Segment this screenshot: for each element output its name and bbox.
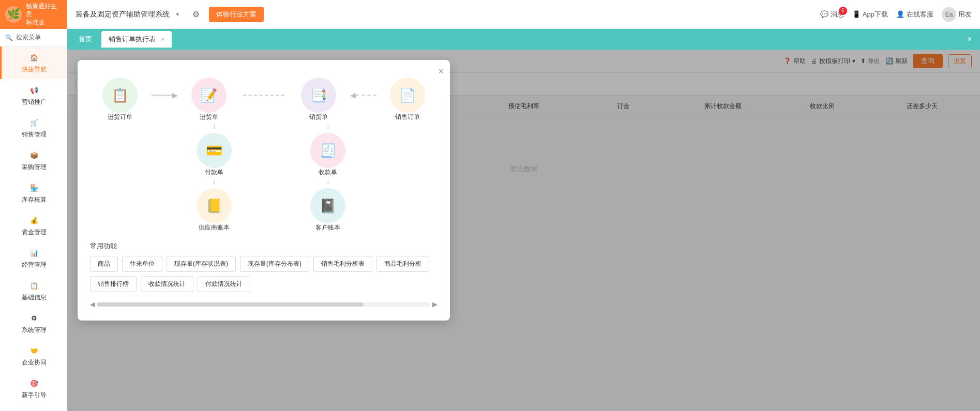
tab-close-icon[interactable]: × [161, 36, 164, 43]
newbie-icon: 🎯 [28, 377, 40, 389]
logo: 🌿 畅康通好生意 标准版 [0, 0, 67, 29]
search-menu[interactable]: 🔍 搜索菜单 [0, 29, 67, 47]
common-function-buttons: 商品 往来单位 现存量(库存状况表) 现存量(库存分布表) 销售毛利分析表 商品… [90, 256, 438, 292]
main-area: 装备及固定资产辅助管理系统 ▾ ⚙ 体验行业方案 💬 消息 6 📱 App下载 … [67, 0, 980, 411]
receipt-bill-icon: 🧾 [310, 133, 345, 168]
tab-bar: 首页 销售订单执行表 × × [67, 29, 980, 50]
supplier-ledger-icon: 📒 [197, 188, 232, 223]
node-receipt-bill: 🧾 收款单 [297, 133, 359, 177]
logo-icon: 🌿 [4, 5, 23, 24]
app-icon: 📱 [852, 10, 861, 18]
sidebar-item-finance[interactable]: 💰 资金管理 [0, 209, 67, 242]
payment-bill-label: 付款单 [205, 168, 223, 177]
common-functions: 常用功能 商品 往来单位 现存量(库存状况表) 现存量(库存分布表) 销售毛利分… [90, 241, 438, 292]
logo-text: 畅康通好生意 标准版 [26, 3, 63, 27]
flow-modal: × 📋 进货订单 ▶ [78, 60, 450, 321]
nav-menu: 🏠 快捷导航 📢 营销推广 🛒 销售管理 📦 采购管理 🏪 库存核算 💰 [0, 47, 67, 411]
modal-close-button[interactable]: × [438, 66, 444, 77]
finance-icon: 💰 [28, 215, 40, 226]
purchase-order-icon: 📋 [102, 78, 138, 113]
cf-btn-inventory-status[interactable]: 现存量(库存状况表) [167, 256, 236, 272]
cf-btn-product-margin[interactable]: 商品毛利分析 [376, 256, 429, 272]
system-icon: ⚙ [28, 312, 40, 324]
node-customer-ledger: 📓 客户账本 [297, 188, 359, 232]
purchase-order-label: 进货订单 [108, 113, 132, 121]
sidebar-item-operations[interactable]: 📊 经营管理 [0, 242, 67, 275]
sidebar-item-basic[interactable]: 📋 基础信息 [0, 275, 67, 307]
node-supplier-ledger: 📒 供应商账本 [183, 188, 245, 232]
service-icon: 👤 [896, 10, 904, 18]
modal-scrollbar: ◀ ▶ [90, 300, 438, 308]
node-sales-order: 📄 销售订单 [378, 78, 438, 121]
cf-btn-sales-margin[interactable]: 销售毛利分析表 [313, 256, 372, 272]
purchase-icon: 📦 [28, 149, 40, 161]
sidebar-item-sales[interactable]: 🛒 销售管理 [0, 112, 67, 144]
sales-order-icon: 📄 [390, 78, 425, 113]
sidebar-item-marketing[interactable]: 📢 营销推广 [0, 79, 67, 112]
scroll-left-icon[interactable]: ◀ [90, 300, 95, 308]
message-item[interactable]: 💬 消息 6 [820, 10, 844, 19]
scrollbar-thumb [97, 302, 364, 307]
customer-ledger-label: 客户账本 [315, 223, 340, 232]
customer-ledger-icon: 📓 [310, 188, 345, 223]
node-payment-bill: 💳 付款单 [183, 133, 245, 177]
tab-bar-close-icon[interactable]: × [963, 33, 976, 45]
sidebar-item-enterprise[interactable]: 🤝 企业协同 [0, 340, 67, 372]
sidebar-item-inventory[interactable]: 🏪 库存核算 [0, 177, 67, 209]
top-bar-right: 💬 消息 6 📱 App下载 👤 在线客服 Ea 用友 [820, 7, 972, 22]
sidebar-item-newbie[interactable]: 🎯 新手引导 [0, 372, 67, 405]
supplier-ledger-label: 供应商账本 [199, 223, 230, 232]
purchase-bill-label: 进货单 [200, 113, 218, 121]
basic-icon: 📋 [28, 280, 40, 291]
online-service-item[interactable]: 👤 在线客服 [896, 10, 933, 19]
receipt-bill-label: 收款单 [319, 168, 337, 177]
payment-bill-icon: 💳 [197, 133, 232, 168]
trial-button[interactable]: 体验行业方案 [209, 7, 264, 22]
cf-btn-sales-ranking[interactable]: 销售排行榜 [90, 276, 137, 292]
cf-btn-contacts[interactable]: 往来单位 [122, 256, 162, 272]
svg-text:🌿: 🌿 [7, 8, 20, 20]
content-area: ❓ 帮助 🖨 按模板打印 ▾ ⬆ 导出 🔄 刷新 [67, 50, 980, 411]
marketing-icon: 📢 [28, 84, 40, 96]
sidebar: 🌿 畅康通好生意 标准版 🔍 搜索菜单 🏠 快捷导航 📢 营销推广 🛒 [0, 0, 67, 411]
purchase-bill-icon: 📝 [191, 78, 227, 113]
enterprise-icon: 🤝 [28, 345, 40, 356]
app-download-item[interactable]: 📱 App下载 [852, 10, 888, 19]
tab-home[interactable]: 首页 [71, 31, 99, 48]
node-sales-bill: 📑 销货单 [289, 78, 348, 121]
cf-btn-inventory-dist[interactable]: 现存量(库存分布表) [240, 256, 309, 272]
sales-order-label: 销售订单 [395, 113, 420, 121]
sidebar-item-purchase[interactable]: 📦 采购管理 [0, 144, 67, 177]
node-purchase-order: 📋 进货订单 [90, 78, 149, 121]
system-title: 装备及固定资产辅助管理系统 [76, 10, 170, 19]
cf-btn-receipt-stats[interactable]: 收款情况统计 [141, 276, 193, 292]
sidebar-item-quick-nav[interactable]: 🏠 快捷导航 [0, 47, 67, 79]
node-purchase-bill: 📝 进货单 [179, 78, 239, 121]
message-icon: 💬 [820, 10, 828, 18]
sales-bill-label: 销货单 [309, 113, 328, 121]
dropdown-arrow-icon[interactable]: ▾ [176, 9, 186, 20]
sales-icon: 🛒 [28, 117, 40, 128]
modal-overlay[interactable]: × 📋 进货订单 ▶ [67, 50, 980, 411]
user-item[interactable]: Ea 用友 [942, 7, 972, 22]
quick-nav-icon: 🏠 [28, 52, 40, 63]
common-functions-title: 常用功能 [90, 241, 438, 251]
avatar: Ea [942, 7, 956, 22]
flow-diagram: 📋 进货订单 ▶ 📝 进货单 [90, 72, 438, 237]
inventory-icon: 🏪 [28, 182, 40, 193]
operations-icon: 📊 [28, 247, 40, 258]
top-bar: 装备及固定资产辅助管理系统 ▾ ⚙ 体验行业方案 💬 消息 6 📱 App下载 … [67, 0, 980, 29]
tab-sales-order-exec[interactable]: 销售订单执行表 × [101, 31, 172, 48]
sidebar-item-system[interactable]: ⚙ 系统管理 [0, 307, 67, 340]
cf-btn-payment-stats[interactable]: 付款情况统计 [198, 276, 250, 292]
settings-gear-icon[interactable]: ⚙ [192, 9, 203, 20]
sales-bill-icon: 📑 [301, 78, 336, 113]
cf-btn-product[interactable]: 商品 [90, 256, 118, 272]
message-badge: 6 [839, 7, 847, 15]
scroll-right-icon[interactable]: ▶ [432, 300, 438, 308]
search-icon: 🔍 [5, 34, 13, 41]
scrollbar-track[interactable] [97, 302, 430, 307]
